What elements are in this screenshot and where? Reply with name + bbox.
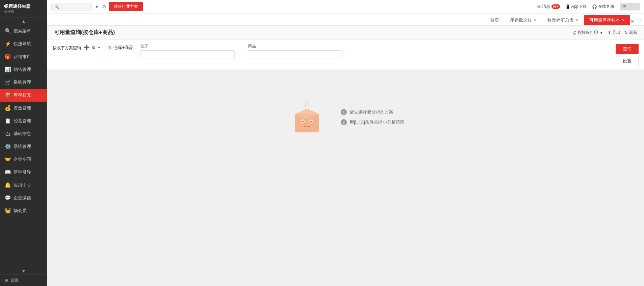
operation-icon: 📋 — [5, 118, 11, 124]
add-scheme-btn[interactable]: ➕ — [84, 45, 89, 50]
tab-close-2[interactable]: ✕ — [575, 18, 578, 23]
svg-point-4 — [302, 121, 304, 123]
print-chevron-icon: ▼ — [599, 30, 603, 35]
print-icon: 🖨 — [572, 30, 576, 35]
message-btn[interactable]: ✉ 消息 99+ — [537, 4, 560, 9]
tab-0[interactable]: 首页 — [485, 15, 504, 25]
corp-icon: 🤝 — [5, 156, 11, 162]
guide-icon: 📖 — [5, 169, 11, 175]
sidebar-item-wechat[interactable]: 💬 企业微信 — [0, 191, 47, 204]
sidebar-item-operation[interactable]: 📋 经营管理 — [0, 114, 47, 127]
query-btn[interactable]: 查询 — [616, 44, 639, 54]
sales-icon: 📊 — [5, 67, 11, 73]
sidebar-item-label-operation: 经营管理 — [14, 118, 31, 124]
scheme-settings-btn[interactable]: ⚙ — [92, 45, 96, 50]
search-icon: 🔍 — [54, 4, 59, 9]
sidebar-item-label-sales: 销售管理 — [14, 67, 31, 73]
collapse-scheme-btn[interactable]: « — [98, 45, 101, 50]
page-header: 可用量查询(按仓库+商品) 🖨 按模板打印 ▼ ⬆ 导出 ↻ 刷新 — [47, 26, 644, 40]
topbar-search-box[interactable]: 🔍 — [51, 3, 92, 10]
headset-icon: 🎧 — [592, 4, 597, 9]
sidebar-item-label-system: 系统管理 — [14, 144, 31, 150]
sidebar-item-member[interactable]: 👑 畅会员 — [0, 204, 47, 217]
sidebar-item-guide[interactable]: 📖 新手引导 — [0, 166, 47, 179]
logo-sub: 标准版 — [4, 9, 43, 14]
sidebar-item-label-shortcut: 快捷导航 — [14, 41, 31, 47]
sidebar-scroll-down[interactable]: ▼ — [0, 268, 47, 275]
close-all-tabs-btn[interactable]: ✕ — [630, 19, 635, 24]
topbar-gear-icon[interactable]: ▼ — [95, 4, 99, 9]
sidebar-item-corp[interactable]: 🤝 企业协同 — [0, 153, 47, 166]
tab-1[interactable]: 库存批次账✕ — [505, 15, 542, 25]
settings-btn[interactable]: 设置 — [616, 56, 639, 66]
tab-label-2: 收发存汇总表 — [547, 17, 574, 23]
goods-more-btn[interactable]: ··· — [344, 51, 350, 58]
online-service-label: 在线客服 — [598, 4, 614, 9]
sidebar-item-sales[interactable]: 📊 销售管理 — [0, 63, 47, 76]
app-download-btn[interactable]: 📱 App下载 — [565, 4, 587, 9]
sidebar-item-inventory[interactable]: 📦 库存核算 — [0, 89, 47, 102]
online-service-btn[interactable]: 🎧 在线客服 — [592, 4, 614, 9]
sidebar-item-marketing[interactable]: 🎁 营销推广 — [0, 50, 47, 63]
sidebar-item-label-basic: 基础信息 — [14, 131, 31, 137]
sidebar-bottom-label: 设置 — [10, 278, 19, 283]
sidebar-item-label-inventory: 库存核算 — [14, 92, 31, 98]
goods-input[interactable] — [248, 50, 342, 58]
page-title: 可用量查询(按仓库+商品) — [54, 29, 115, 36]
app-icon: 🔔 — [5, 182, 11, 188]
sidebar-item-app[interactable]: 🔔 应用中心 — [0, 179, 47, 191]
logo-title: 畅康通好生意 — [4, 3, 43, 9]
tab-2[interactable]: 收发存汇总表✕ — [542, 15, 584, 25]
export-label: 导出 — [612, 30, 620, 35]
trial-btn[interactable]: 体验行业方案 — [109, 2, 143, 11]
message-icon: ✉ — [537, 4, 541, 9]
sidebar-item-label-guide: 新手引导 — [14, 169, 31, 175]
page-header-actions: 🖨 按模板打印 ▼ ⬆ 导出 ↻ 刷新 — [572, 30, 637, 35]
finance-icon: 💰 — [5, 105, 11, 111]
search-icon: 🔍 — [5, 28, 11, 34]
user-avatar[interactable]: Rit — [620, 3, 640, 10]
sidebar-item-system[interactable]: ⚙️ 系统管理 — [0, 140, 47, 153]
system-icon: ⚙️ — [5, 144, 11, 150]
topbar-settings-icon[interactable]: ⚙ — [102, 4, 106, 9]
export-icon: ⬆ — [608, 30, 611, 35]
refresh-label: 刷新 — [629, 30, 637, 35]
refresh-btn[interactable]: ↻ 刷新 — [624, 30, 637, 35]
goods-input-row: ··· — [248, 50, 350, 58]
scheme-list: ⊙ 仓库+商品 — [105, 43, 136, 52]
tab-label-1: 库存批次账 — [510, 17, 532, 23]
sidebar-scroll-up[interactable]: ▲ — [0, 18, 47, 25]
member-icon: 👑 — [5, 208, 11, 214]
tab-label-0: 首页 — [490, 17, 499, 23]
filter-fields: 仓库 ··· 商品 ··· — [140, 43, 612, 58]
warehouse-more-btn[interactable]: ··· — [236, 51, 242, 58]
sidebar-item-finance[interactable]: 💰 资金管理 — [0, 102, 47, 114]
sidebar-menu: 🔍 搜索菜单 ⚡ 快捷导航 🎁 营销推广 📊 销售管理 🛒 采购管理 📦 库存核… — [0, 25, 47, 268]
message-label: 消息 — [542, 4, 550, 9]
sidebar-item-basic[interactable]: 🗂 基础信息 — [0, 127, 47, 140]
filter-area: 按以下方案查询 ➕ ⚙ « ⊙ 仓库+商品 仓库 ··· — [47, 40, 644, 70]
empty-state-inner: 1 请先选择要分析的方案 2 用[过滤]条件来缩小分析范围 — [287, 97, 405, 137]
sidebar-item-purchase[interactable]: 🛒 采购管理 — [0, 76, 47, 89]
sidebar-item-search[interactable]: 🔍 搜索菜单 — [0, 25, 47, 37]
warehouse-input[interactable] — [140, 50, 235, 58]
export-btn[interactable]: ⬆ 导出 — [608, 30, 620, 35]
tab-close-1[interactable]: ✕ — [534, 18, 537, 23]
warehouse-label: 仓库 — [140, 43, 242, 49]
sidebar-item-label-search: 搜索菜单 — [14, 28, 31, 34]
tab-close-3[interactable]: ✕ — [622, 18, 625, 23]
sidebar-item-label-member: 畅会员 — [14, 208, 27, 214]
user-name: Rit — [620, 3, 640, 9]
tab-3[interactable]: 可用量库存账本✕ — [584, 15, 630, 25]
filter-actions: 查询 设置 — [616, 43, 639, 66]
tip-num-2: 2 — [341, 119, 347, 125]
topbar: 🔍 ▼ ⚙ 体验行业方案 ✉ 消息 99+ 📱 App下载 🎧 在线客服 Rit — [47, 0, 644, 14]
sidebar-settings[interactable]: ⚙ 设置 — [0, 275, 47, 286]
sidebar: 畅康通好生意 标准版 ▲ 🔍 搜索菜单 ⚡ 快捷导航 🎁 营销推广 📊 销售管理… — [0, 0, 47, 286]
expand-tabs-btn[interactable]: ⛶ — [637, 19, 641, 24]
print-btn[interactable]: 🖨 按模板打印 ▼ — [572, 30, 603, 35]
goods-label: 商品 — [248, 43, 350, 49]
wechat-icon: 💬 — [5, 195, 11, 201]
scheme-item-warehouse-goods[interactable]: ⊙ 仓库+商品 — [105, 43, 136, 52]
sidebar-item-shortcut[interactable]: ⚡ 快捷导航 — [0, 37, 47, 50]
